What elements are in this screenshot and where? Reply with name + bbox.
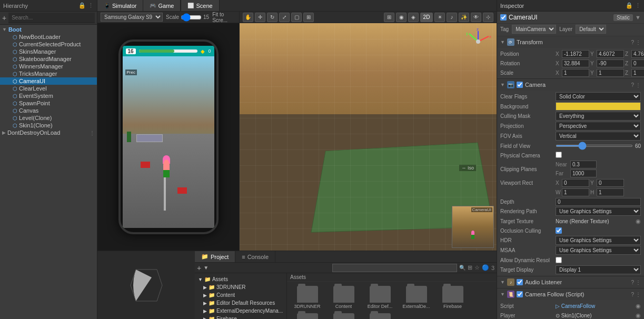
move-tool-btn[interactable]: ✛ (255, 13, 265, 22)
hierarchy-lock-icon[interactable]: 🔒 (78, 2, 86, 9)
audio-btn[interactable]: ♪ (447, 13, 457, 22)
tree-assets-3drunner[interactable]: ▶ 📁 3DRUNNER (195, 283, 286, 291)
fov-slider[interactable] (556, 145, 633, 147)
tree-item-canvas[interactable]: ⬡ Canvas (0, 107, 97, 114)
far-input[interactable]: 1000 (570, 170, 597, 177)
follow-menu-icon[interactable]: ⋮ (636, 292, 641, 297)
audio-info-icon[interactable]: ? (631, 280, 634, 285)
camera-enabled-checkbox[interactable] (517, 82, 523, 88)
asset-item-firebase[interactable]: Firebase (435, 285, 470, 310)
viewport-w-input[interactable]: 1 (562, 188, 589, 196)
asset-item-scenes[interactable]: Scenes (326, 312, 361, 319)
audio-listener-header[interactable]: ▼ ♪ Audio Listener ? ⋮ (497, 276, 644, 288)
tag-select[interactable]: MainCamera (512, 25, 556, 34)
rotation-y-input[interactable]: -90 (597, 59, 624, 67)
follow-enabled-checkbox[interactable] (517, 291, 523, 297)
tree-item-cameraui[interactable]: ⬡ CameraUI (0, 77, 97, 85)
position-x-input[interactable]: -1.1872 (562, 50, 589, 58)
near-input[interactable]: 0.3 (570, 161, 597, 168)
occlusion-culling-checkbox[interactable] (556, 227, 562, 234)
projection-select[interactable]: Perspective (556, 122, 641, 131)
hierarchy-search-input[interactable] (8, 13, 95, 23)
tree-item-eventsystem[interactable]: ⬡ EventSystem (0, 92, 97, 99)
rotation-z-input[interactable]: 0 (631, 59, 644, 67)
layer-select[interactable]: Default (576, 25, 606, 34)
transform-info-icon[interactable]: ? (631, 39, 634, 45)
assets-toolbar-icon1[interactable]: ⊞ (468, 264, 472, 271)
assets-search-input[interactable] (332, 264, 457, 272)
depth-input[interactable]: 0 (556, 198, 641, 206)
tree-item-winnersmanager[interactable]: ⬡ WinnersManager (0, 63, 97, 70)
position-y-input[interactable]: 4.6072 (597, 50, 624, 58)
script-circle-icon[interactable]: ◉ (636, 303, 641, 310)
background-color-picker[interactable] (556, 102, 641, 111)
target-texture-circle-icon[interactable]: ◉ (636, 218, 641, 225)
tree-item-skateboardmanager[interactable]: ⬡ SkateboardManager (0, 55, 97, 63)
assets-toolbar-icon2[interactable]: ☆ (474, 264, 480, 271)
render-btn[interactable]: ◈ (408, 13, 419, 22)
hand-tool-btn[interactable]: ✋ (243, 13, 253, 22)
hierarchy-menu-icon[interactable]: ⋮ (88, 2, 94, 9)
tree-assets-root[interactable]: ▼ 📁 Assets (195, 275, 286, 283)
fx-btn[interactable]: ✨ (459, 13, 469, 22)
tree-item-menu-icon[interactable]: ⋮ (90, 130, 95, 136)
player-circle-icon[interactable]: ◉ (636, 312, 641, 319)
viewport-x-input[interactable]: 0 (562, 179, 589, 187)
tree-item-skinsmanager[interactable]: ⬡ SkinsManager (0, 48, 97, 55)
tree-assets-editordefault[interactable]: ▶ 📁 Editor Default Resources (195, 299, 286, 307)
follow-info-icon[interactable]: ? (631, 292, 634, 297)
viewport-h-input[interactable]: 1 (597, 188, 624, 196)
audio-menu-icon[interactable]: ⋮ (636, 280, 641, 285)
viewport-y-input[interactable]: 0 (597, 179, 624, 187)
tree-item-skin1clone[interactable]: ⬡ Skin1(Clone) (0, 122, 97, 129)
camera-menu-icon[interactable]: ⋮ (636, 82, 641, 88)
clear-flags-select[interactable]: Solid Color (556, 92, 641, 101)
camera-follow-header[interactable]: ▼ 📜 Camera Follow (Script) ? ⋮ (497, 288, 644, 300)
asset-item-externalde[interactable]: ExternalDe... (399, 285, 433, 310)
camera-info-icon[interactable]: ? (631, 82, 634, 88)
tree-assets-externaldep[interactable]: ▶ 📁 ExternalDependencyMana... (195, 307, 286, 315)
scene-view-btn[interactable]: 👁 (471, 13, 481, 22)
allow-dynamic-resol-checkbox[interactable] (556, 257, 562, 263)
tab-simulator[interactable]: 📱 Simulator (97, 0, 143, 11)
lighting-btn[interactable]: ☀ (434, 13, 445, 22)
tree-item-newbootloader[interactable]: ⬡ NewBootLoader (0, 33, 97, 41)
transform-menu-icon[interactable]: ⋮ (636, 39, 641, 45)
fov-axis-select[interactable]: Vertical (556, 132, 641, 141)
hdr-select[interactable]: Use Graphics Settings (556, 236, 641, 245)
hierarchy-add-btn[interactable]: + (2, 14, 6, 22)
scale-y-input[interactable]: 1 (597, 69, 624, 77)
tree-assets-content[interactable]: ▶ 📁 Content (195, 291, 286, 299)
inspector-lock-icon[interactable]: 🔒 (626, 2, 633, 9)
scale-x-input[interactable]: 1 (562, 69, 589, 77)
object-name-input[interactable] (509, 14, 611, 21)
object-enabled-checkbox[interactable] (500, 14, 507, 21)
assets-add-btn[interactable]: + (197, 264, 201, 272)
tree-item-spawnpoint[interactable]: ⬡ SpawnPoint (0, 99, 97, 107)
msaa-select[interactable]: Use Graphics Settings (556, 246, 641, 255)
position-z-input[interactable]: 4.7683 (631, 50, 644, 58)
target-display-select[interactable]: Display 1 (556, 265, 641, 274)
tree-item-levelclone[interactable]: ⬡ Level(Clone) (0, 114, 97, 122)
asset-item-content[interactable]: Content (326, 285, 361, 310)
asset-item-editordef[interactable]: Editor Def... (363, 285, 397, 310)
gizmo-btn[interactable]: ◉ (396, 13, 407, 22)
scale-slider[interactable] (181, 13, 202, 22)
rotate-tool-btn[interactable]: ↻ (267, 13, 278, 22)
tree-item-clearlevel[interactable]: ⬡ ClearLevel (0, 85, 97, 92)
tree-item-dontdestroyonload[interactable]: ▶ DontDestroyOnLoad ⋮ (0, 129, 97, 136)
gizmos-btn[interactable]: ⊹ (483, 13, 493, 22)
2d-btn[interactable]: 2D (420, 13, 433, 22)
static-dropdown-icon[interactable]: ▼ (635, 14, 641, 21)
scale-z-input[interactable]: 1 (631, 69, 644, 77)
rotation-x-input[interactable]: 32.884 (562, 59, 589, 67)
scene-content[interactable]: x y z ↔ Iso CameraUI (240, 23, 497, 251)
asset-item-shared[interactable]: Shared (363, 312, 397, 319)
tab-game[interactable]: 🎮 Game (143, 0, 181, 11)
rect-tool-btn[interactable]: ▢ (291, 13, 302, 22)
tab-project[interactable]: 📁 Project (195, 251, 235, 262)
tree-assets-firebase[interactable]: ▶ 📁 Firebase (195, 315, 286, 319)
asset-item-3drunner[interactable]: 3DRUNNER (290, 285, 324, 310)
inspector-menu-icon[interactable]: ⋮ (635, 2, 641, 9)
tree-item-boot[interactable]: ▼ Boot (0, 26, 97, 33)
